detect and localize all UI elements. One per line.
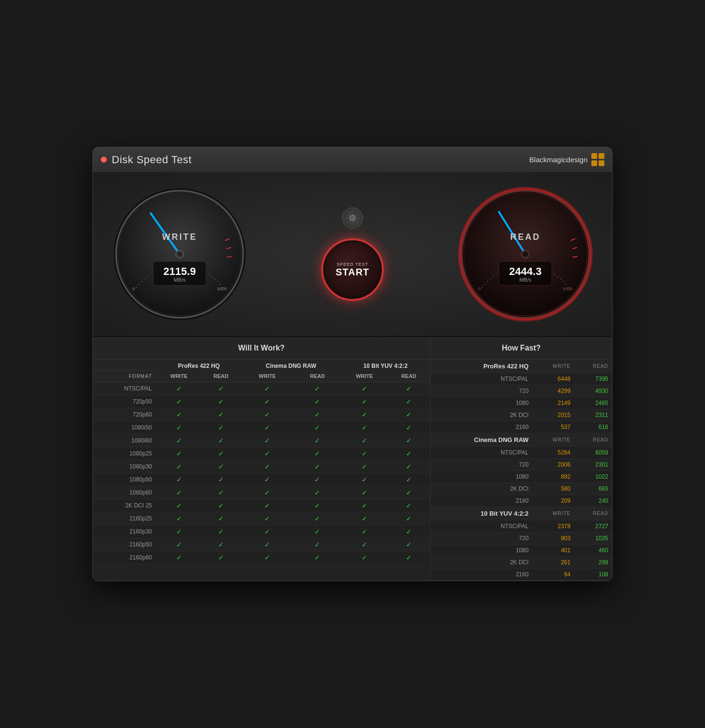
- check-cell: ✓: [388, 499, 430, 512]
- format-label: 1080i60: [93, 434, 157, 447]
- dng-read-header: READ: [294, 370, 341, 382]
- title-bar: Disk Speed Test Blackmagicdesign: [93, 147, 612, 172]
- close-button[interactable]: [101, 156, 107, 163]
- hf-read-value: 2311: [574, 409, 612, 421]
- checkmark: ✓: [264, 476, 270, 483]
- check-cell: ✓: [294, 460, 341, 473]
- hf-write-value: 903: [533, 533, 574, 545]
- hf-format-label: NTSC/PAL: [431, 447, 533, 459]
- hf-format-label: NTSC/PAL: [431, 373, 533, 385]
- checkmark: ✓: [314, 476, 320, 483]
- hf-read-value: 108: [574, 569, 612, 581]
- check-cell: ✓: [294, 408, 341, 421]
- checkmark: ✓: [264, 411, 270, 418]
- check-cell: ✓: [157, 486, 201, 499]
- brand-sq-1: [591, 153, 597, 159]
- hf-write-value: 6448: [533, 373, 574, 385]
- hf-read-value: 616: [574, 421, 612, 433]
- checkmark: ✓: [264, 398, 270, 405]
- hf-read-value: 6059: [574, 447, 612, 459]
- svg-text:READ: READ: [510, 232, 540, 242]
- hf-write-value: 401: [533, 545, 574, 557]
- hf-write-value: 209: [533, 495, 574, 507]
- check-cell: ✓: [388, 447, 430, 460]
- format-label: 2160p60: [93, 551, 157, 564]
- dng-header: Cinema DNG RAW: [241, 360, 341, 370]
- svg-text:0: 0: [478, 286, 481, 291]
- check-cell: ✓: [241, 434, 293, 447]
- check-cell: ✓: [294, 382, 341, 395]
- checkmark: ✓: [362, 489, 367, 496]
- checkmark: ✓: [362, 411, 367, 418]
- hf-write-value: 5284: [533, 447, 574, 459]
- checkmark: ✓: [176, 502, 182, 509]
- format-label: 1080p25: [93, 447, 157, 460]
- hf-format-label: 720: [431, 459, 533, 471]
- checkmark: ✓: [406, 437, 412, 444]
- svg-text:2115.9: 2115.9: [163, 265, 196, 277]
- hf-read-value: 7395: [574, 373, 612, 385]
- checkmark: ✓: [314, 437, 320, 444]
- check-cell: ✓: [241, 408, 293, 421]
- check-cell: ✓: [201, 447, 241, 460]
- hf-format-label: 2160: [431, 495, 533, 507]
- format-label: 1080p50: [93, 473, 157, 486]
- check-cell: ✓: [341, 408, 388, 421]
- format-label: 1080i50: [93, 421, 157, 434]
- hf-read-value: 1035: [574, 533, 612, 545]
- check-cell: ✓: [201, 525, 241, 538]
- checkmark: ✓: [176, 398, 182, 405]
- hf-codec-name: 10 Bit YUV 4:2:2: [431, 507, 533, 520]
- start-label: SPEED TEST: [337, 262, 368, 267]
- brand-sq-2: [599, 153, 604, 159]
- check-cell: ✓: [388, 486, 430, 499]
- hf-format-label: NTSC/PAL: [431, 520, 533, 533]
- checkmark: ✓: [362, 554, 367, 561]
- prores-read-header: READ: [201, 370, 241, 382]
- start-button[interactable]: SPEED TEST START: [321, 238, 384, 301]
- hf-format-label: 1080: [431, 545, 533, 557]
- check-cell: ✓: [341, 434, 388, 447]
- check-cell: ✓: [294, 486, 341, 499]
- hf-codec-name: ProRes 422 HQ: [431, 360, 533, 373]
- check-cell: ✓: [201, 421, 241, 434]
- hf-format-label: 2160: [431, 569, 533, 581]
- check-cell: ✓: [341, 421, 388, 434]
- checkmark: ✓: [218, 489, 224, 496]
- checkmark: ✓: [406, 424, 412, 431]
- checkmark: ✓: [218, 502, 224, 509]
- svg-point-9: [178, 252, 182, 256]
- check-cell: ✓: [294, 499, 341, 512]
- app-title: Disk Speed Test: [112, 154, 192, 166]
- format-label: 1080p60: [93, 486, 157, 499]
- settings-button[interactable]: ⚙: [342, 208, 363, 229]
- check-cell: ✓: [241, 382, 293, 395]
- check-cell: ✓: [341, 551, 388, 564]
- checkmark: ✓: [406, 411, 412, 418]
- read-gauge-container: READ 2444.3 MB/s 0 5000: [458, 187, 593, 322]
- checkmark: ✓: [406, 489, 412, 496]
- checkmark: ✓: [264, 554, 270, 561]
- check-cell: ✓: [201, 486, 241, 499]
- hf-write-value: 4299: [533, 385, 574, 397]
- hf-read-value: 4930: [574, 385, 612, 397]
- hf-read-value: 240: [574, 495, 612, 507]
- brand-sq-4: [599, 160, 604, 166]
- hf-write-col-header: WRITE: [533, 360, 574, 373]
- yuv-header: 10 Bit YUV 4:2:2: [341, 360, 430, 370]
- checkmark: ✓: [406, 450, 412, 457]
- check-cell: ✓: [157, 460, 201, 473]
- hf-write-value: 892: [533, 471, 574, 483]
- checkmark: ✓: [362, 541, 367, 548]
- check-cell: ✓: [157, 512, 201, 525]
- format-label: 2160p25: [93, 512, 157, 525]
- app-window: Disk Speed Test Blackmagicdesign: [92, 147, 613, 581]
- checkmark: ✓: [218, 398, 224, 405]
- checkmark: ✓: [362, 398, 367, 405]
- brand-icon: [591, 153, 604, 166]
- how-fast-panel: How Fast? ProRes 422 HQ WRITE READ NTSC/…: [431, 337, 612, 581]
- prores-write-header: WRITE: [157, 370, 201, 382]
- checkmark: ✓: [264, 541, 270, 548]
- checkmark: ✓: [176, 437, 182, 444]
- brand-logo: Blackmagicdesign: [529, 153, 604, 166]
